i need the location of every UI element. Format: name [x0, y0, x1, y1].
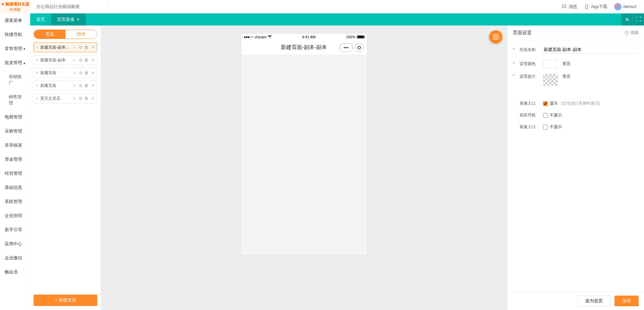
tabstrip: 首页首页装修✕ ✕ ⛶ — [30, 13, 644, 25]
sidebar-item-14[interactable]: 新手引导 — [0, 223, 30, 237]
tab-1[interactable]: 首页装修✕ — [51, 13, 86, 25]
home-icon[interactable]: ⌂ — [72, 70, 77, 75]
sidebar-item-label: 销售管理 — [9, 94, 25, 106]
sidebar-item-label: 企业微信 — [5, 255, 22, 261]
home-icon[interactable]: ⌂ — [72, 45, 77, 50]
sidebar-item-10[interactable]: 经营管理 — [0, 166, 30, 180]
home-icon[interactable]: ⌂ — [72, 96, 77, 101]
app-download-link[interactable]: App下载 — [584, 4, 607, 10]
sidebar-item-0[interactable]: 搜索菜单 — [0, 13, 30, 28]
sidebar-item-12[interactable]: 系统管理 — [0, 195, 30, 209]
chevron-down-icon: ﹀ — [107, 4, 111, 9]
messages-link[interactable]: 消息 — [561, 4, 577, 10]
miniapp-menu-icon[interactable]: ••• — [339, 43, 353, 52]
share-icon[interactable]: ↗ — [90, 83, 95, 88]
delete-icon[interactable]: 🗑 — [84, 45, 89, 50]
page-item-name: 昊天文具店 — [40, 96, 70, 101]
sidebar: 搜索菜单快捷导航零售管理▾批发管理▴营销推广销售管理电商管理采购管理库存核算资金… — [0, 13, 30, 310]
account-selector[interactable]: 办公用品行业模拟账套 ﹀ — [36, 4, 111, 10]
sidebar-item-5[interactable]: 销售管理 — [0, 90, 30, 110]
live-show-checkbox[interactable] — [543, 101, 548, 106]
sidebar-item-2[interactable]: 零售管理▾ — [0, 42, 30, 56]
page-list-item[interactable]: ≡新建页面-副本-...⌂⧉🗑↗ — [34, 42, 97, 52]
delete-icon[interactable]: 🗑 — [84, 58, 89, 62]
sidebar-item-label: 经营管理 — [5, 170, 22, 176]
sidebar-item-4[interactable]: 营销推广 — [0, 70, 30, 90]
page-list-item[interactable]: ≡新建页面⌂⧉🗑↗ — [34, 68, 97, 78]
live-show-hint: (仅当进行直播时展示) — [561, 101, 600, 106]
sidebar-item-label: 营销推广 — [9, 74, 25, 86]
copy-icon[interactable]: ⧉ — [78, 83, 83, 88]
bg-color-reset[interactable]: 重置 — [562, 61, 571, 67]
video-help-link[interactable]: 视频 — [625, 30, 639, 36]
close-all-icon[interactable]: ✕ — [621, 13, 633, 25]
phone-icon — [584, 4, 589, 9]
drag-handle-icon[interactable]: ≡ — [36, 70, 38, 75]
fullscreen-icon[interactable]: ⛶ — [633, 13, 644, 25]
set-home-button[interactable]: 设为首页 — [578, 296, 610, 306]
svg-point-0 — [563, 6, 564, 6]
drag-handle-icon[interactable]: ≡ — [36, 45, 38, 50]
bg-image-picker[interactable] — [543, 74, 558, 86]
share-icon[interactable]: ↗ — [90, 96, 95, 101]
new-page-button[interactable]: + 新建页面 — [34, 295, 97, 306]
user-menu[interactable]: demo2 — [614, 3, 637, 10]
drag-handle-icon[interactable]: ≡ — [36, 83, 38, 88]
sidebar-item-15[interactable]: 应用中心 — [0, 237, 30, 251]
share-icon[interactable]: ↗ — [90, 70, 95, 75]
bottom-nav-label: 底部导航 — [520, 112, 538, 118]
service-entry-label: 客服入口 — [520, 124, 538, 130]
toggle-panel-fab[interactable] — [489, 30, 502, 44]
chevron-icon: ▾ — [23, 47, 25, 51]
sidebar-item-13[interactable]: 企业协同 — [0, 209, 30, 223]
segmented-control: 页面 组件 — [34, 30, 97, 39]
delete-icon[interactable]: 🗑 — [84, 96, 89, 101]
copy-icon[interactable]: ⧉ — [78, 58, 83, 62]
miniapp-close-icon[interactable] — [355, 43, 364, 52]
sidebar-item-label: 快捷导航 — [5, 32, 22, 38]
page-list-item[interactable]: ≡新建页面-副本⌂⧉🗑↗ — [34, 55, 97, 65]
close-icon[interactable]: ✕ — [76, 17, 80, 22]
delete-icon[interactable]: 🗑 — [84, 83, 89, 88]
sidebar-item-8[interactable]: 库存核算 — [0, 138, 30, 152]
page-list-item[interactable]: ≡昊天文具店⌂⧉🗑↗ — [34, 93, 97, 103]
seg-page[interactable]: 页面 — [34, 30, 65, 39]
drag-handle-icon[interactable]: ≡ — [36, 58, 38, 62]
chat-icon — [561, 4, 567, 9]
delete-icon[interactable]: 🗑 — [84, 70, 89, 75]
page-list-panel: 页面 组件 ≡新建页面-副本-...⌂⧉🗑↗≡新建页面-副本⌂⧉🗑↗≡新建页面⌂… — [30, 25, 101, 310]
seg-component[interactable]: 组件 — [65, 30, 97, 39]
sidebar-item-label: 电商管理 — [5, 114, 22, 120]
bottom-nav-checkbox[interactable] — [543, 113, 548, 118]
copy-icon[interactable]: ⧉ — [78, 45, 83, 50]
sidebar-item-7[interactable]: 采购管理 — [0, 124, 30, 138]
page-item-name: 新建页面-副本-... — [40, 45, 70, 50]
drag-handle-icon[interactable]: ≡ — [36, 96, 38, 101]
page-name-input[interactable] — [543, 46, 639, 54]
bg-image-reset[interactable]: 重置 — [562, 74, 571, 80]
share-icon[interactable]: ↗ — [90, 58, 95, 62]
home-icon[interactable]: ⌂ — [72, 58, 77, 62]
home-icon[interactable]: ⌂ — [72, 83, 77, 88]
sidebar-item-11[interactable]: 基础信息 — [0, 180, 30, 195]
phone-page-title: 新建页面-副本-副本 — [281, 44, 327, 51]
page-list-item[interactable]: ≡新建页面⌂⧉🗑↗ — [34, 81, 97, 91]
copy-icon[interactable]: ⧉ — [78, 96, 83, 101]
sidebar-item-17[interactable]: 畅会员 — [0, 265, 30, 279]
sidebar-item-label: 资金管理 — [5, 156, 22, 162]
copy-icon[interactable]: ⧉ — [78, 70, 83, 75]
sidebar-item-9[interactable]: 资金管理 — [0, 152, 30, 166]
sidebar-item-label: 基础信息 — [5, 185, 22, 191]
phone-body[interactable] — [241, 55, 367, 255]
share-icon[interactable]: ↗ — [90, 45, 95, 50]
sidebar-item-3[interactable]: 批发管理▴ — [0, 56, 30, 70]
bg-color-swatch[interactable] — [543, 60, 558, 68]
tab-0[interactable]: 首页 — [30, 13, 51, 25]
battery-icon — [357, 35, 364, 39]
sidebar-item-1[interactable]: 快捷导航 — [0, 28, 30, 42]
save-button[interactable]: 保存 — [614, 296, 639, 306]
service-checkbox[interactable] — [543, 125, 548, 130]
sidebar-item-6[interactable]: 电商管理 — [0, 110, 30, 124]
sidebar-item-label: 采购管理 — [5, 128, 22, 134]
sidebar-item-16[interactable]: 企业微信 — [0, 251, 30, 265]
